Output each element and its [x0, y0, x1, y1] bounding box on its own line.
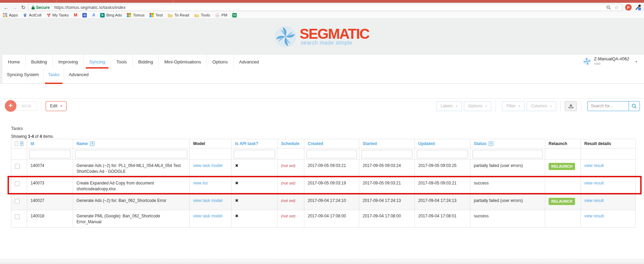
bookmark-tools[interactable]: Tools [194, 13, 210, 17]
bookmark-tc[interactable]: TC [232, 13, 237, 17]
column-header-id[interactable]: Id [27, 139, 73, 148]
row-checkbox[interactable] [15, 199, 20, 204]
nav-tab-options[interactable]: Options [207, 55, 233, 69]
filter-input-id[interactable] [29, 150, 71, 158]
zoom-indicator-icon[interactable] [606, 5, 611, 10]
nav-tab-advanced[interactable]: Advanced [233, 55, 265, 69]
view-result-link[interactable]: view result [584, 181, 604, 185]
subnav-tab-syncing-system[interactable]: Syncing System [2, 69, 43, 83]
schedule-value: (not set) [281, 199, 295, 203]
back-icon[interactable]: ← [3, 4, 10, 11]
help-icon[interactable]: ? [20, 141, 24, 146]
column-header-status[interactable]: Status? [470, 139, 545, 148]
view-task-model-link[interactable]: view task model [193, 214, 222, 218]
new-task-button[interactable]: + NEW [5, 100, 37, 112]
relaunch-button[interactable]: RELAUNCH [549, 163, 575, 170]
paw-icon [23, 13, 27, 17]
started-timestamp: 2017-09-04 17:08:00 [359, 210, 415, 227]
filter-input-started[interactable] [361, 150, 412, 158]
nav-tab-bidding[interactable]: Bidding [132, 55, 159, 69]
filter-dropdown[interactable]: Filter ▾ [502, 101, 525, 111]
nav-tab-mini-optimisations[interactable]: Mini-Optimisations [159, 55, 207, 69]
table-row: 140074 Generate Ads (~2) for: PL1_054-ML… [11, 160, 636, 177]
labels-dropdown[interactable]: Labels ▾ [436, 101, 461, 111]
edit-button[interactable]: Edit ▾ [46, 101, 67, 111]
filter-input-created[interactable] [306, 150, 357, 158]
extension-p-icon[interactable]: P [625, 4, 632, 11]
nav-tab-improving[interactable]: Improving [52, 55, 83, 69]
help-icon[interactable]: ? [489, 141, 493, 146]
row-checkbox[interactable] [15, 181, 20, 186]
nav-tab-home[interactable]: Home [2, 55, 25, 69]
view-result-link[interactable]: view result [584, 214, 604, 218]
site-header: SEGMATIC search made simple [0, 19, 644, 55]
chevron-down-icon: ▾ [60, 104, 62, 108]
relaunch-button[interactable]: RELAUNCH [549, 198, 575, 205]
tab-separator [57, 0, 57, 3]
window-bottom-edge [0, 259, 644, 264]
bookmark-bing-ads[interactable]: b Bing Ads [100, 13, 122, 17]
table-row: 140027 Generate Ads (~2) for: Ban_062_Sh… [11, 194, 636, 210]
bookmark-apps[interactable]: Apps [3, 13, 18, 17]
column-header-started[interactable]: Started [359, 139, 415, 148]
page-title: Tasks [11, 126, 644, 131]
filter-input-status[interactable] [472, 150, 543, 158]
filter-input-name[interactable] [75, 150, 187, 158]
search-button[interactable] [629, 101, 640, 111]
export-download-button[interactable] [565, 101, 577, 111]
eyedropper-extension-icon[interactable] [635, 4, 641, 11]
bookmark-to-read[interactable]: To Read [168, 13, 189, 17]
bookmark-tomus[interactable]: Tomus [127, 13, 144, 17]
column-header-schedule[interactable]: Schedule [278, 139, 304, 148]
main-content: Tasks Showing 1-4 of 4 items. ? Id Name? [0, 113, 644, 228]
columns-dropdown[interactable]: Columns ▾ [527, 101, 556, 111]
column-header-select: ? [11, 139, 27, 148]
user-menu[interactable]: Z-ManualQA-#062 #280 ▾ [583, 57, 637, 66]
bookmark-analytics[interactable]: A [92, 13, 95, 17]
help-icon[interactable]: ? [90, 141, 95, 146]
bookmark-star-icon[interactable]: ☆ [614, 5, 619, 10]
created-timestamp: 2017-09-04 17:08:00 [304, 210, 359, 227]
column-header-updated[interactable]: Updated [415, 139, 470, 148]
view-result-link[interactable]: view result [584, 198, 604, 203]
cross-icon: ✖ [235, 163, 238, 168]
column-header-created[interactable]: Created [304, 139, 359, 148]
refresh-icon[interactable]: ↻ [20, 4, 27, 11]
select-all-checkbox[interactable] [15, 141, 18, 146]
bookmark-my-tasks[interactable]: My Tasks [47, 13, 69, 17]
bookmark-pm[interactable]: PM [215, 13, 227, 17]
secure-indicator[interactable]: Secure [32, 5, 50, 10]
bookmark-calendar[interactable]: 31 [82, 13, 87, 17]
nav-tab-building[interactable]: Building [25, 55, 52, 69]
view-result-link[interactable]: view result [584, 163, 604, 168]
options-dropdown[interactable]: Options ▾ [464, 101, 491, 111]
updated-timestamp: 2017-09-05 09:03:21 [415, 177, 470, 195]
task-id: 140018 [27, 210, 73, 227]
view-task-model-link[interactable]: view task model [193, 163, 222, 168]
bookmark-gmail[interactable]: M [74, 13, 77, 17]
address-bar[interactable]: Secure https://tomus.segmatic.io/tasks/i… [28, 4, 622, 11]
search-input[interactable] [587, 101, 629, 111]
nav-tab-syncing[interactable]: Syncing [83, 55, 110, 69]
row-checkbox[interactable] [15, 214, 20, 219]
bookmark-actcoll[interactable]: ActColl [23, 13, 41, 17]
created-timestamp: 2017-09-05 09:03:21 [304, 160, 359, 177]
forward-icon[interactable]: → [11, 4, 18, 11]
browser-toolbar: ← → ↻ Secure https://tomus.segmatic.io/t… [0, 3, 644, 12]
filter-input-is-api-task[interactable] [234, 150, 275, 158]
nav-tab-tools[interactable]: Tools [110, 55, 132, 69]
filter-input-updated[interactable] [417, 150, 468, 158]
column-header-is-api-task[interactable]: Is API task? [232, 139, 278, 148]
subnav-tab-tasks[interactable]: Tasks [43, 69, 64, 83]
row-checkbox[interactable] [15, 164, 20, 169]
segmatic-logo[interactable]: SEGMATIC search made simple [275, 26, 369, 47]
started-timestamp: 2017-09-05 09:03:21 [359, 177, 415, 195]
column-header-name[interactable]: Name? [73, 139, 190, 148]
view-task-model-link[interactable]: view task model [193, 198, 222, 203]
bookmark-test[interactable]: Test [150, 13, 163, 17]
view-list-link[interactable]: view list [193, 181, 208, 185]
table-filter-row [11, 148, 636, 160]
url-text[interactable]: https://tomus.segmatic.io/tasks/index [54, 5, 604, 10]
subnav-tab-advanced[interactable]: Advanced [64, 69, 93, 83]
chevron-down-icon: ▾ [635, 60, 637, 63]
